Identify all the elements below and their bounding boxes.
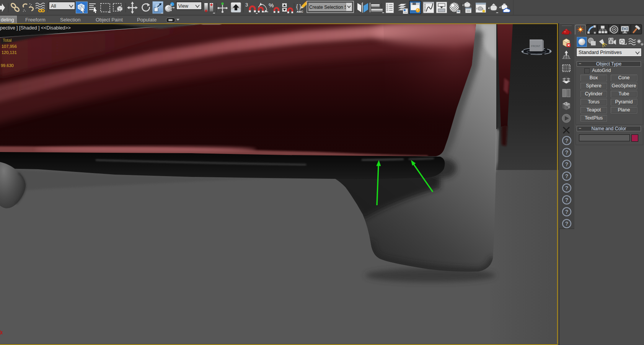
- svg-text:Total: Total: [3, 38, 11, 43]
- svg-text:120,131: 120,131: [2, 50, 17, 55]
- svg-text:99.630: 99.630: [1, 63, 14, 68]
- svg-text:FRONT: FRONT: [531, 45, 541, 47]
- svg-text:%: %: [269, 2, 274, 8]
- svg-text:Create Selection Se: Create Selection Se: [309, 5, 350, 10]
- svg-text:{ }: { }: [296, 3, 302, 10]
- svg-text:View: View: [178, 3, 188, 9]
- svg-text:107,956: 107,956: [2, 44, 17, 49]
- svg-text:All: All: [51, 3, 56, 9]
- svg-text:ABC: ABC: [297, 10, 303, 13]
- svg-text:pective ] [Shaded ] <<Disable: pective ] [Shaded ] <<Disabled>>: [0, 25, 71, 31]
- svg-text:3: 3: [245, 2, 248, 8]
